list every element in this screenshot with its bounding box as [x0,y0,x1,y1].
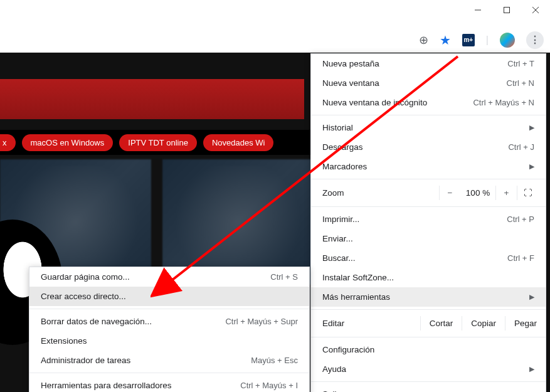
shortcut-text: Ctrl + N [507,78,534,88]
menu-label: Buscar... [322,253,507,263]
menu-item-history[interactable]: Historial▶ [311,118,546,137]
menu-label: Herramientas para desarrolladores [41,381,240,390]
menu-item-downloads[interactable]: DescargasCtrl + J [311,137,546,157]
menu-separator [311,206,546,207]
menu-label: Zoom [322,188,439,198]
fullscreen-icon[interactable]: ⛶ [517,186,538,200]
menu-label: Administrador de tareas [41,356,251,365]
zoom-out-button[interactable]: − [439,186,460,200]
menu-label: Crear acceso directo... [41,292,298,301]
shortcut-text: Ctrl + S [270,272,298,282]
submenu-item-task-manager[interactable]: Administrador de tareasMayús + Esc [29,351,309,370]
shortcut-text: Ctrl + Mayús + Supr [225,317,298,326]
menu-label: Extensiones [41,336,298,346]
menu-label: Imprimir... [322,215,507,224]
zoom-controls: − 100 % + ⛶ [439,186,538,200]
submenu-arrow-icon: ▶ [529,162,534,171]
menu-item-help[interactable]: Ayuda▶ [311,359,546,379]
shortcut-text: Ctrl + Mayús + N [473,98,534,107]
toolbar-divider: | [486,34,489,46]
menu-label: Marcadores [322,162,529,171]
menu-label: Nueva pestaña [322,59,507,68]
menu-separator [311,381,546,382]
submenu-arrow-icon: ▶ [529,293,534,301]
submenu-item-save-page[interactable]: Guardar página como...Ctrl + S [29,267,309,287]
submenu-item-clear-data[interactable]: Borrar datos de navegación...Ctrl + Mayú… [29,312,309,331]
maximize-button[interactable] [492,0,521,20]
menu-label: Editar [322,319,420,328]
menu-separator [29,309,309,309]
menu-item-install[interactable]: Instalar SoftZone... [311,268,546,287]
minimize-button[interactable] [463,0,492,20]
shortcut-text: Ctrl + Mayús + I [240,381,298,390]
menu-label: Nueva ventana [322,78,507,88]
menu-separator [29,373,309,373]
menu-item-new-window[interactable]: Nueva ventanaCtrl + N [311,73,546,93]
menu-item-print[interactable]: Imprimir...Ctrl + P [311,209,546,229]
extension-icon[interactable]: m+ [462,34,475,46]
add-icon[interactable]: ⊕ [419,33,428,47]
menu-item-bookmarks[interactable]: Marcadores▶ [311,157,546,176]
nav-pill[interactable]: x [0,134,16,151]
menu-label: Más herramientas [322,292,529,302]
menu-label: Borrar datos de navegación... [41,317,225,326]
menu-label: Configuración [322,345,534,354]
paste-button[interactable]: Pegar [505,316,546,331]
shortcut-text: Ctrl + P [507,215,534,224]
zoom-in-button[interactable]: + [495,186,517,200]
menu-label: Nueva ventana de incógnito [322,98,473,107]
menu-label: Salir [322,389,534,392]
menu-separator [311,179,546,179]
site-header-banner [0,79,304,119]
more-tools-submenu: Guardar página como...Ctrl + S Crear acc… [29,267,310,392]
window-controls [463,0,550,20]
menu-label: Ayuda [322,364,529,374]
profile-avatar[interactable] [500,33,515,48]
menu-item-send[interactable]: Enviar... [311,229,546,248]
submenu-arrow-icon: ▶ [529,124,534,132]
shortcut-text: Ctrl + T [507,59,534,68]
menu-label: Enviar... [322,234,534,243]
cut-button[interactable]: Cortar [420,316,462,331]
copy-button[interactable]: Copiar [462,316,505,331]
menu-item-more-tools[interactable]: Más herramientas▶ [311,287,546,307]
shortcut-text: Ctrl + J [508,142,534,152]
close-button[interactable] [521,0,550,20]
thumbnail[interactable] [162,159,314,285]
kebab-menu-icon[interactable]: ⋮ [526,31,544,49]
menu-separator [311,115,546,115]
menu-label: Instalar SoftZone... [322,273,534,282]
nav-pill[interactable]: IPTV TDT online [119,134,197,151]
menu-item-settings[interactable]: Configuración [311,340,546,359]
menu-separator [311,309,546,310]
menu-item-incognito[interactable]: Nueva ventana de incógnitoCtrl + Mayús +… [311,93,546,112]
shortcut-text: Ctrl + F [507,253,534,263]
menu-separator [311,337,546,337]
svg-rect-1 [504,8,510,13]
menu-item-zoom: Zoom − 100 % + ⛶ [311,182,546,204]
menu-item-edit: Editar Cortar Copiar Pegar [311,312,546,334]
menu-item-new-tab[interactable]: Nueva pestañaCtrl + T [311,54,546,73]
menu-label: Historial [322,123,529,132]
menu-label: Descargas [322,142,508,152]
submenu-item-dev-tools[interactable]: Herramientas para desarrolladoresCtrl + … [29,376,309,392]
shortcut-text: Mayús + Esc [251,356,298,365]
nav-pill[interactable]: macOS en Windows [22,134,114,151]
chrome-main-menu: Nueva pestañaCtrl + T Nueva ventanaCtrl … [310,53,546,392]
browser-toolbar: ⊕ ★ m+ | ⋮ [0,28,550,53]
menu-item-exit[interactable]: Salir [311,384,546,392]
submenu-item-create-shortcut[interactable]: Crear acceso directo... [29,287,309,306]
bookmark-star-icon[interactable]: ★ [440,33,451,48]
submenu-item-extensions[interactable]: Extensiones [29,331,309,351]
nav-pill-row: x macOS en Windows IPTV TDT online Noved… [0,130,339,155]
menu-label: Guardar página como... [41,272,270,282]
menu-item-find[interactable]: Buscar...Ctrl + F [311,248,546,268]
zoom-value: 100 % [460,188,495,198]
nav-pill[interactable]: Novedades Wi [203,134,274,151]
submenu-arrow-icon: ▶ [529,365,534,373]
